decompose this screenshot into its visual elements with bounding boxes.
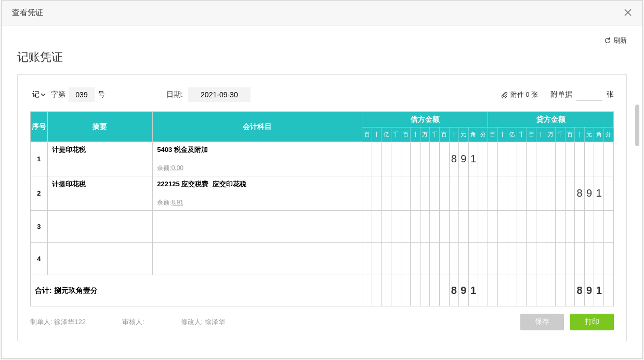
amount-digit[interactable] [411, 275, 420, 306]
amount-digit[interactable] [584, 243, 594, 275]
amount-digit[interactable] [362, 176, 372, 211]
amount-digit[interactable] [401, 243, 411, 275]
amount-digit[interactable] [449, 243, 459, 275]
amount-digit[interactable] [468, 176, 478, 211]
row-summary[interactable] [47, 211, 153, 243]
row-summary[interactable]: 计提印花税 [47, 176, 153, 211]
amount-digit[interactable] [372, 211, 382, 243]
amount-digit[interactable] [488, 211, 498, 243]
amount-digit[interactable] [527, 275, 536, 306]
amount-digit[interactable] [603, 211, 613, 243]
amount-digit[interactable] [565, 211, 575, 243]
print-button[interactable]: 打印 [570, 314, 614, 330]
amount-digit[interactable] [439, 211, 449, 243]
amount-digit[interactable] [439, 142, 449, 176]
amount-digit[interactable] [478, 275, 488, 306]
amount-digit[interactable]: 9 [459, 142, 469, 176]
amount-digit[interactable] [603, 275, 613, 306]
amount-digit[interactable] [497, 275, 507, 306]
amount-digit[interactable] [391, 275, 401, 306]
amount-digit[interactable] [546, 211, 556, 243]
amount-digit[interactable] [603, 243, 613, 275]
amount-digit[interactable] [391, 211, 401, 243]
amount-digit[interactable] [536, 176, 546, 211]
amount-digit[interactable] [362, 211, 372, 243]
amount-digit[interactable] [556, 275, 566, 306]
amount-digit[interactable] [517, 176, 527, 211]
amount-digit[interactable]: 9 [584, 275, 594, 306]
amount-digit[interactable]: 1 [468, 275, 478, 306]
voucher-type-select[interactable]: 记 [30, 89, 48, 100]
amount-digit[interactable] [497, 243, 507, 275]
amount-digit[interactable] [439, 243, 449, 275]
amount-digit[interactable] [594, 142, 604, 176]
attach-doc-input[interactable] [576, 88, 602, 101]
amount-digit[interactable] [411, 142, 420, 176]
amount-digit[interactable] [401, 211, 411, 243]
amount-digit[interactable] [536, 243, 546, 275]
amount-digit[interactable] [382, 275, 391, 306]
amount-digit[interactable] [507, 176, 517, 211]
amount-digit[interactable] [565, 176, 575, 211]
amount-digit[interactable] [362, 275, 372, 306]
amount-digit[interactable] [497, 176, 507, 211]
refresh-button[interactable]: 刷新 [604, 36, 627, 45]
amount-digit[interactable] [517, 243, 527, 275]
row-summary[interactable]: 计提印花税 [47, 142, 153, 176]
amount-digit[interactable] [546, 142, 556, 176]
date-input[interactable] [188, 87, 251, 102]
amount-digit[interactable] [391, 243, 401, 275]
amount-digit[interactable] [372, 275, 382, 306]
amount-digit[interactable] [527, 142, 536, 176]
amount-digit[interactable] [449, 211, 459, 243]
amount-digit[interactable] [527, 211, 536, 243]
amount-digit[interactable] [420, 176, 430, 211]
row-summary[interactable] [47, 243, 153, 275]
row-account[interactable]: 5403 税金及附加余额:0.00 [153, 142, 362, 176]
amount-digit[interactable] [556, 176, 566, 211]
amount-digit[interactable] [556, 243, 566, 275]
amount-digit[interactable] [420, 142, 430, 176]
amount-digit[interactable] [497, 211, 507, 243]
amount-digit[interactable] [594, 211, 604, 243]
amount-digit[interactable] [478, 243, 488, 275]
amount-digit[interactable] [459, 176, 469, 211]
row-account[interactable] [153, 243, 362, 275]
amount-digit[interactable] [411, 176, 420, 211]
amount-digit[interactable] [497, 142, 507, 176]
amount-digit[interactable] [517, 211, 527, 243]
amount-digit[interactable] [478, 176, 488, 211]
amount-digit[interactable] [584, 142, 594, 176]
amount-digit[interactable] [411, 243, 420, 275]
amount-digit[interactable] [420, 243, 430, 275]
amount-digit[interactable] [382, 243, 391, 275]
amount-digit[interactable] [401, 176, 411, 211]
amount-digit[interactable] [372, 176, 382, 211]
amount-digit[interactable] [488, 275, 498, 306]
amount-digit[interactable] [507, 211, 517, 243]
amount-digit[interactable] [430, 176, 440, 211]
amount-digit[interactable] [556, 142, 566, 176]
amount-digit[interactable] [488, 176, 498, 211]
amount-digit[interactable] [546, 176, 556, 211]
amount-digit[interactable]: 1 [468, 142, 478, 176]
amount-digit[interactable] [430, 243, 440, 275]
amount-digit[interactable] [362, 142, 372, 176]
voucher-number-input[interactable] [69, 87, 95, 102]
amount-digit[interactable] [575, 243, 585, 275]
amount-digit[interactable] [382, 142, 391, 176]
amount-digit[interactable] [401, 275, 411, 306]
close-button[interactable] [624, 8, 632, 18]
amount-digit[interactable] [430, 211, 440, 243]
amount-digit[interactable] [401, 142, 411, 176]
amount-digit[interactable] [391, 176, 401, 211]
amount-digit[interactable] [565, 243, 575, 275]
amount-digit[interactable] [439, 275, 449, 306]
amount-digit[interactable] [382, 211, 391, 243]
amount-digit[interactable] [468, 211, 478, 243]
amount-digit[interactable]: 8 [575, 275, 585, 306]
amount-digit[interactable] [420, 275, 430, 306]
amount-digit[interactable] [391, 142, 401, 176]
amount-digit[interactable] [517, 142, 527, 176]
amount-digit[interactable] [488, 243, 498, 275]
